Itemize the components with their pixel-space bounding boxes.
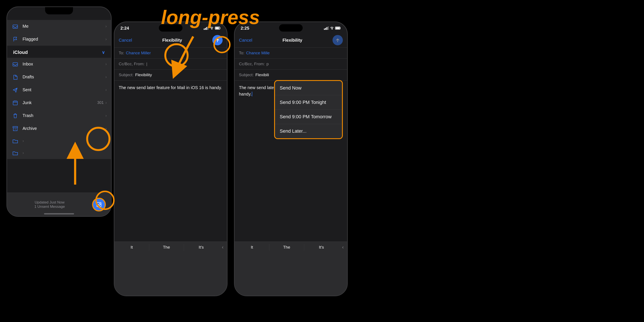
phone3-compose-title: Flexibility xyxy=(252,38,332,43)
mail-item-sent[interactable]: Sent › xyxy=(7,84,111,96)
phone2-keyboard xyxy=(114,253,227,296)
trash-label: Trash xyxy=(22,113,106,118)
mail-item-me[interactable]: Me › xyxy=(7,20,111,33)
phone1-notch xyxy=(45,7,73,14)
phone2-subject-field[interactable]: Subject: Flexibility xyxy=(114,70,227,80)
send-tonight-option[interactable]: Send 9:00 PM Tonight xyxy=(275,95,342,110)
phone3-subject-label: Subject: xyxy=(239,72,254,77)
mail-item-inbox[interactable]: Inbox › xyxy=(7,58,111,71)
trash-icon xyxy=(12,112,19,120)
icloud-title: iCloud xyxy=(13,50,28,55)
phone3-to-field[interactable]: To: Chance Mille xyxy=(235,48,347,58)
status-line2: 1 Unsent Message xyxy=(7,204,92,209)
phone3-send-button[interactable] xyxy=(332,35,343,45)
phone3-ccbcc-value: p xyxy=(266,62,269,66)
folder-icon xyxy=(12,137,19,145)
phone3-ccbcc-field[interactable]: Cc/Bcc, From: p xyxy=(235,58,347,70)
mail-item-junk[interactable]: Junk 301 › xyxy=(7,96,111,109)
suggest-word-2[interactable]: The xyxy=(149,245,184,250)
flag-icon xyxy=(12,36,19,43)
junk-label: Junk xyxy=(22,100,97,105)
svg-rect-12 xyxy=(325,28,326,30)
draft-icon xyxy=(12,73,19,81)
phone3-ccbcc-label: Cc/Bcc, From: xyxy=(239,62,265,66)
send-now-option[interactable]: Send Now xyxy=(275,81,342,95)
flagged-label: Flagged xyxy=(22,37,106,42)
junk-icon xyxy=(12,99,19,107)
phone1-status-text: Updated Just Now 1 Unsent Message xyxy=(7,200,92,209)
chevron-right-icon: › xyxy=(106,37,107,42)
phone3-cancel-button[interactable]: Cancel xyxy=(239,38,252,43)
phone2-to-field[interactable]: To: Chance Miller xyxy=(114,48,227,58)
phone3-container: 2:25 xyxy=(234,22,348,300)
icloud-collapse-icon[interactable]: ∨ xyxy=(102,50,105,55)
phone2-subject-value: Flexibility xyxy=(135,72,152,77)
battery-icon xyxy=(335,26,341,30)
phone1-container: Me › Flagged › iCloud ∨ xyxy=(6,6,112,221)
phone1-content: Me › Flagged › iCloud ∨ xyxy=(7,7,111,159)
mail-item-flagged[interactable]: Flagged › xyxy=(7,33,111,46)
phone1-bottom-bar: Updated Just Now 1 Unsent Message xyxy=(7,192,111,216)
svg-rect-11 xyxy=(324,28,325,30)
mail-item-drafts[interactable]: Drafts › xyxy=(7,71,111,84)
phone2-to-value: Chance Miller xyxy=(126,51,151,56)
inbox-icon xyxy=(12,60,19,68)
svg-rect-2 xyxy=(13,101,18,105)
send-later-dropdown: Send Now Send 9:00 PM Tonight Send 9:00 … xyxy=(274,80,343,139)
phone3-keyboard-suggest: It The It's ‹ xyxy=(235,242,347,253)
phone2-cancel-button[interactable]: Cancel xyxy=(119,38,132,43)
chevron-right-icon: › xyxy=(106,24,107,28)
suggest-word-1[interactable]: It xyxy=(114,245,149,250)
suggest-word-1[interactable]: It xyxy=(235,245,269,250)
drafts-label: Drafts xyxy=(22,74,106,80)
chevron-right-icon: › xyxy=(22,151,24,155)
icloud-section-header: iCloud ∨ xyxy=(7,46,111,58)
svg-rect-5 xyxy=(204,28,204,30)
junk-badge: 301 xyxy=(97,100,104,105)
svg-rect-13 xyxy=(326,27,327,30)
folder-icon xyxy=(12,149,19,157)
svg-rect-16 xyxy=(336,27,340,29)
suggest-word-2[interactable]: The xyxy=(270,245,304,250)
suggest-word-3[interactable]: It's xyxy=(304,245,339,250)
phone1: Me › Flagged › iCloud ∨ xyxy=(6,6,112,217)
phone2-compose-title: Flexibility xyxy=(132,38,212,43)
archive-label: Archive xyxy=(22,126,106,131)
signal-icon xyxy=(324,26,329,30)
mail-item-folder1[interactable]: › xyxy=(7,135,111,147)
phone2-ccbcc-field[interactable]: Cc/Bcc, From: | xyxy=(114,58,227,70)
phone2-compose-header: Cancel Flexibility xyxy=(114,33,227,48)
suggest-word-3[interactable]: It's xyxy=(184,245,218,250)
wifi-icon xyxy=(330,26,334,30)
mail-item-archive[interactable]: Archive › xyxy=(7,122,111,135)
sent-icon xyxy=(12,86,19,94)
chevron-right-icon: › xyxy=(106,62,107,66)
inbox-label: Inbox xyxy=(22,62,106,66)
phone3-to-value: Chance Mille xyxy=(246,51,270,56)
phone3: 2:25 xyxy=(234,22,348,296)
inbox-icon xyxy=(12,22,19,30)
send-tomorrow-option[interactable]: Send 9:00 PM Tomorrow xyxy=(275,110,342,124)
phone2-body[interactable]: The new send later feature for Mail in i… xyxy=(114,80,227,95)
phone3-compose-header: Cancel Flexibility xyxy=(235,33,347,48)
phone3-notch xyxy=(279,24,303,32)
me-label: Me xyxy=(22,24,106,29)
mail-item-trash[interactable]: Trash › xyxy=(7,109,111,122)
svg-rect-14 xyxy=(328,26,329,30)
phone3-to-label: To: xyxy=(239,51,244,56)
mail-item-folder2[interactable]: › xyxy=(7,147,111,159)
phone2-send-button[interactable] xyxy=(212,35,222,45)
phone3-status-icons xyxy=(324,26,341,30)
phone3-subject-field[interactable]: Subject: Flexibili xyxy=(235,70,347,80)
chevron-right-icon: › xyxy=(106,88,107,92)
chevron-right-icon: › xyxy=(106,113,107,118)
compose-button[interactable] xyxy=(92,198,106,212)
phone2-container: 2:24 xyxy=(114,22,228,300)
chevron-right-icon: › xyxy=(106,126,107,131)
long-press-annotation: long-press xyxy=(161,6,260,28)
phone3-keyboard xyxy=(235,253,347,296)
send-later-option[interactable]: Send Later... xyxy=(275,124,342,138)
svg-rect-3 xyxy=(13,126,18,128)
phone2-ccbcc-label: Cc/Bcc, From: xyxy=(119,62,144,66)
phone2: 2:24 xyxy=(114,22,228,296)
